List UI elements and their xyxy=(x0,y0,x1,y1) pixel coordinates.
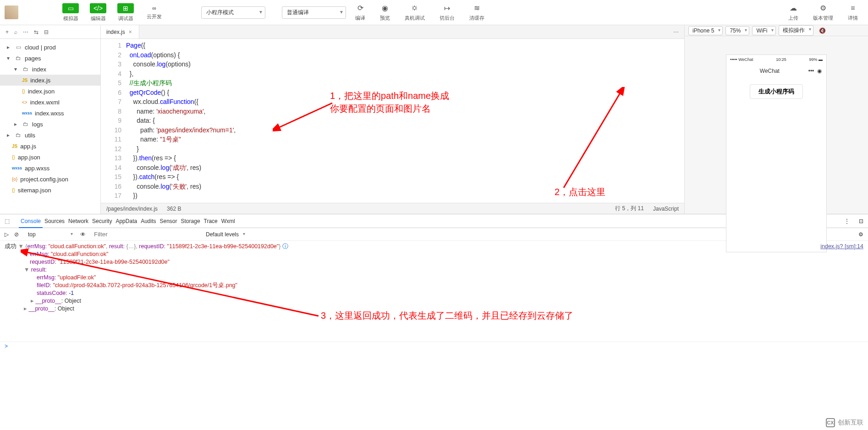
status-path: /pages/index/index.js xyxy=(106,206,158,212)
avatar[interactable] xyxy=(5,5,18,19)
tree-label: utils xyxy=(25,132,35,139)
levels-dropdown[interactable]: Default levels xyxy=(202,230,247,239)
phone-status-bar: ••••• WeChat 10:25 99% ▬ xyxy=(726,55,826,64)
inspect-icon[interactable]: ⬚ xyxy=(5,218,10,224)
v: -1 xyxy=(69,290,74,296)
tree-cloud[interactable]: ▸▭cloud | prod xyxy=(0,42,100,53)
editor-label: 编辑器 xyxy=(91,15,106,22)
remote-debug-button[interactable]: ⛭真机调试 xyxy=(399,3,430,22)
menu-icon[interactable]: ••• xyxy=(808,68,814,74)
compile-label: 编译 xyxy=(355,15,365,22)
v: {…} xyxy=(126,243,136,250)
tree-app-js[interactable]: JSapp.js xyxy=(0,141,100,152)
tree-logs[interactable]: ▸🗀logs xyxy=(0,119,100,130)
status-position: 行 5，列 11 xyxy=(615,205,644,212)
tree-project-config[interactable]: {o}project.config.json xyxy=(0,174,100,185)
devtools-tab-appdata[interactable]: AppData xyxy=(114,215,139,227)
tree-index-dir[interactable]: ▾🗀index xyxy=(0,64,100,75)
console-prompt[interactable]: > xyxy=(0,342,868,350)
line-gutter: 1234567891011121314151617 xyxy=(101,39,126,203)
tree-utils[interactable]: ▸🗀utils xyxy=(0,130,100,141)
more-icon[interactable]: ⋯ xyxy=(668,29,684,35)
devtools-more-icon[interactable]: ⋮ xyxy=(844,218,850,224)
k: __proto__ xyxy=(35,298,61,304)
mode-dropdown[interactable]: 小程序模式 xyxy=(201,6,265,19)
top-toolbar: ▭模拟器 </>编辑器 ⊞调试器 ∞云开发 小程序模式 普通编译 ⟳编译 ◉预览… xyxy=(0,0,868,25)
sim-ops-dropdown[interactable]: 模拟操作 xyxy=(779,25,813,36)
k: result: xyxy=(31,267,47,273)
v: : Object xyxy=(61,298,81,304)
tree-label: sitemap.json xyxy=(18,187,51,194)
tab-index-js[interactable]: index.js× xyxy=(101,25,139,38)
add-icon[interactable]: + xyxy=(5,29,9,35)
file-explorer: + ⌕ ⋯ ⇆ ⊟ ▸▭cloud | prod ▾🗀pages ▾🗀index… xyxy=(0,25,101,214)
devtools-tab-sources[interactable]: Sources xyxy=(43,215,66,227)
preview-button[interactable]: ◉预览 xyxy=(374,3,396,22)
back-bg-button[interactable]: ↦切后台 xyxy=(434,3,460,22)
compile-button[interactable]: ⟳编译 xyxy=(350,3,371,22)
v: : Object xyxy=(55,305,74,312)
source-link[interactable]: index.js? [sm]:14 xyxy=(820,243,863,250)
close-icon[interactable]: × xyxy=(129,29,132,35)
filter-input[interactable] xyxy=(91,230,197,239)
devtools-tab-trace[interactable]: Trace xyxy=(202,215,220,227)
v: "cloud://prod-924a3b.7072-prod-924a3b-12… xyxy=(53,282,237,288)
tree-app-wxss[interactable]: wxssapp.wxss xyxy=(0,163,100,174)
devtools-tab-security[interactable]: Security xyxy=(90,215,114,227)
target-icon[interactable]: ◉ xyxy=(817,68,822,74)
gear-icon[interactable]: ⚙ xyxy=(858,231,863,238)
console-output[interactable]: index.js? [sm]:14 成功 ▼ {errMsg: "cloud.c… xyxy=(0,241,868,342)
status-size: 362 B xyxy=(167,206,181,212)
eye-icon[interactable]: 👁 xyxy=(80,231,86,238)
debugger-button[interactable]: ⊞调试器 xyxy=(113,2,138,23)
code-content[interactable]: Page({ onLoad(options) { console.log(opt… xyxy=(126,39,236,203)
devtools-tab-storage[interactable]: Storage xyxy=(179,215,202,227)
log-success: 成功 xyxy=(5,243,16,250)
cloud-dev-button[interactable]: ∞云开发 xyxy=(142,4,166,21)
tree-app-json[interactable]: {}app.json xyxy=(0,152,100,163)
tree-index-wxml[interactable]: <>index.wxml xyxy=(0,97,100,108)
devtools-tab-console[interactable]: Console xyxy=(19,215,43,228)
nav-title: WeChat xyxy=(760,68,780,74)
more-icon[interactable]: ⋯ xyxy=(23,29,28,35)
play-icon[interactable]: ▷ xyxy=(5,231,9,238)
network-dropdown[interactable]: WiFi xyxy=(752,26,776,35)
generate-qr-button[interactable]: 生成小程序码 xyxy=(750,84,803,99)
remote-debug-label: 真机调试 xyxy=(405,15,425,22)
context-dropdown[interactable]: top xyxy=(24,230,75,239)
code-editor[interactable]: 1234567891011121314151617 Page({ onLoad(… xyxy=(101,39,684,203)
watermark-text: 创新互联 xyxy=(838,419,863,427)
mute-icon[interactable]: 🔇 xyxy=(819,27,826,34)
battery-label: 99% xyxy=(809,57,817,62)
device-dropdown[interactable]: iPhone 5 xyxy=(688,26,723,35)
tree-label: cloud | prod xyxy=(25,44,56,51)
phone-frame: ••••• WeChat 10:25 99% ▬ WeChat ••• ◉ 生成… xyxy=(726,54,827,252)
k: requestID: xyxy=(139,243,165,250)
file-tree: ▸▭cloud | prod ▾🗀pages ▾🗀index JSindex.j… xyxy=(0,39,100,198)
tree-index-json[interactable]: {}index.json xyxy=(0,86,100,97)
tree-pages[interactable]: ▾🗀pages xyxy=(0,53,100,64)
devtools-tab-network[interactable]: Network xyxy=(66,215,90,227)
clear-icon[interactable]: ⊘ xyxy=(14,231,19,238)
tree-index-wxss[interactable]: wxssindex.wxss xyxy=(0,108,100,119)
search-icon[interactable]: ⌕ xyxy=(14,29,17,35)
tree-sitemap[interactable]: {}sitemap.json xyxy=(0,185,100,196)
details-button[interactable]: ≡详情 xyxy=(842,3,863,22)
zoom-dropdown[interactable]: 75% xyxy=(725,26,749,35)
clear-cache-button[interactable]: ≋清缓存 xyxy=(464,3,490,22)
version-button[interactable]: ⚙版本管理 xyxy=(808,3,839,22)
upload-button[interactable]: ☁上传 xyxy=(783,3,804,22)
simulator-button[interactable]: ▭模拟器 xyxy=(58,2,83,23)
split-icon[interactable]: ⊟ xyxy=(44,29,49,35)
compile-dropdown[interactable]: 普通编译 xyxy=(282,6,346,19)
tree-index-js[interactable]: JSindex.js xyxy=(0,75,100,86)
collapse-icon[interactable]: ⇆ xyxy=(34,29,38,35)
devtools-tab-wxml[interactable]: Wxml xyxy=(220,215,237,227)
devtools-dock-icon[interactable]: ⊡ xyxy=(859,218,863,224)
k: requestID: xyxy=(30,259,56,265)
devtools-tab-audits[interactable]: Audits xyxy=(139,215,158,227)
editor-button[interactable]: </>编辑器 xyxy=(85,2,111,23)
devtools-tab-sensor[interactable]: Sensor xyxy=(158,215,179,227)
status-language: JavaScript xyxy=(653,206,679,212)
k: statusCode: xyxy=(37,290,67,296)
